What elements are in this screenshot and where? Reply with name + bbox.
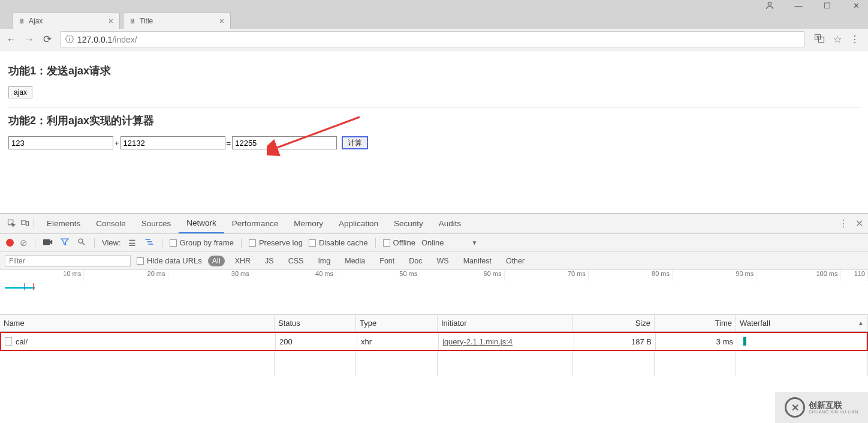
tick: 60 ms [420, 270, 504, 281]
tick: 20 ms [84, 270, 168, 281]
view-label: View: [102, 238, 121, 247]
logo-sub: CHUANG XIN HU LIAN [809, 410, 858, 414]
devtools-close-icon[interactable]: ✕ [855, 218, 863, 229]
filter-type-font[interactable]: Font [375, 256, 399, 266]
filter-type-css[interactable]: CSS [284, 256, 308, 266]
network-request-row[interactable]: cal/ 200 xhr jquery-2.1.1.min.js:4 187 B… [1, 333, 867, 350]
disable-cache-checkbox[interactable]: Disable cache [309, 238, 368, 247]
tab-label: Title [140, 17, 153, 25]
tick: 50 ms [336, 270, 420, 281]
tab-label: Ajax [29, 17, 43, 25]
tab-audits[interactable]: Audits [431, 214, 469, 233]
url-host: 127.0.0.1 [77, 35, 112, 44]
svg-rect-8 [43, 239, 50, 245]
bookmark-star-icon[interactable]: ☆ [833, 34, 842, 45]
reload-icon[interactable]: ⟳ [42, 33, 53, 46]
tick: 30 ms [168, 270, 252, 281]
request-time: 3 ms [656, 333, 737, 350]
throttle-select[interactable]: Online [421, 238, 444, 247]
request-type: xhr [357, 333, 439, 350]
close-tab-icon[interactable]: × [108, 16, 113, 26]
operand-2-input[interactable] [120, 136, 225, 149]
filter-type-img[interactable]: Img [314, 256, 334, 266]
record-icon[interactable] [6, 239, 14, 247]
tab-elements[interactable]: Elements [39, 214, 88, 233]
page-content: 功能1：发送ajax请求 ajax 功能2：利用ajax实现的计算器 + = 计… [0, 50, 868, 157]
maximize-icon[interactable]: ☐ [819, 0, 836, 11]
filter-input[interactable] [5, 255, 131, 267]
preserve-log-checkbox[interactable]: Preserve log [249, 238, 303, 247]
waterfall-bar [743, 337, 746, 346]
tab-security[interactable]: Security [386, 214, 431, 233]
search-icon[interactable] [76, 238, 87, 248]
col-waterfall[interactable]: Waterfall▲ [736, 315, 868, 331]
camera-icon[interactable] [43, 238, 53, 248]
request-name: cal/ [16, 337, 28, 346]
close-window-icon[interactable]: ✕ [848, 0, 864, 11]
large-view-icon[interactable]: ☰ [127, 238, 138, 248]
filter-type-other[interactable]: Other [502, 256, 529, 266]
tab-strip: 🗎 Ajax × 🗎 Title × [0, 11, 868, 29]
col-name[interactable]: Name [0, 315, 275, 331]
back-icon[interactable]: ← [6, 34, 17, 46]
col-type[interactable]: Type [356, 315, 438, 331]
tab-0[interactable]: 🗎 Ajax × [12, 13, 120, 29]
waterfall-view-icon[interactable] [144, 238, 155, 248]
tab-memory[interactable]: Memory [286, 214, 331, 233]
tab-console[interactable]: Console [88, 214, 134, 233]
svg-line-10 [82, 242, 85, 245]
tick: 90 ms [673, 270, 757, 281]
filter-type-manifest[interactable]: Manifest [459, 256, 496, 266]
timeline-overview[interactable]: 10 ms 20 ms 30 ms 40 ms 50 ms 60 ms 70 m… [0, 270, 868, 315]
filter-type-xhr[interactable]: XHR [231, 256, 255, 266]
filter-icon[interactable] [59, 238, 70, 248]
col-initiator[interactable]: Initiator [438, 315, 573, 331]
request-initiator[interactable]: jquery-2.1.1.min.js:4 [442, 337, 513, 346]
col-status[interactable]: Status [275, 315, 356, 331]
calculate-button[interactable]: 计算 [342, 136, 368, 149]
plus-label: + [114, 139, 119, 148]
ajax-button[interactable]: ajax [8, 86, 32, 98]
filter-type-all[interactable]: All [208, 256, 225, 266]
devtools-panel: Elements Console Sources Network Perform… [0, 213, 868, 423]
result-input[interactable] [232, 136, 337, 149]
hide-data-urls-checkbox[interactable]: Hide data URLs [137, 256, 202, 265]
request-status: 200 [276, 333, 357, 350]
address-bar: ← → ⟳ ⓘ 127.0.0.1/index/ ☆ ⋮ [0, 29, 868, 50]
minimize-icon[interactable]: — [790, 0, 807, 11]
tab-network[interactable]: Network [179, 214, 224, 233]
tab-performance[interactable]: Performance [224, 214, 286, 233]
heading-2: 功能2：利用ajax实现的计算器 [8, 113, 860, 128]
url-input[interactable]: ⓘ 127.0.0.1/index/ [60, 31, 804, 47]
col-size[interactable]: Size [573, 315, 655, 331]
forward-icon[interactable]: → [24, 34, 35, 46]
col-time[interactable]: Time [655, 315, 736, 331]
user-icon[interactable] [761, 0, 778, 11]
file-icon: 🗎 [19, 17, 25, 25]
close-tab-icon[interactable]: × [219, 16, 224, 26]
operand-1-input[interactable] [8, 136, 113, 149]
filter-type-ws[interactable]: WS [433, 256, 453, 266]
tick: 110 [841, 270, 869, 281]
heading-1: 功能1：发送ajax请求 [8, 64, 860, 78]
url-path: /index/ [112, 35, 137, 44]
inspect-icon[interactable] [5, 219, 18, 228]
device-icon[interactable] [18, 219, 31, 228]
tab-application[interactable]: Application [331, 214, 386, 233]
filter-type-media[interactable]: Media [340, 256, 369, 266]
menu-icon[interactable]: ⋮ [850, 34, 860, 45]
tick: 70 ms [505, 270, 589, 281]
window-top-bar: — ☐ ✕ [0, 0, 868, 11]
filter-type-js[interactable]: JS [261, 256, 278, 266]
svg-rect-7 [26, 222, 28, 226]
clear-icon[interactable]: ⊘ [20, 238, 28, 248]
translate-icon[interactable] [814, 33, 825, 46]
filter-type-doc[interactable]: Doc [405, 256, 426, 266]
tick: 10 ms [0, 270, 84, 281]
tab-sources[interactable]: Sources [134, 214, 179, 233]
offline-checkbox[interactable]: Offline [383, 238, 415, 247]
tab-1[interactable]: 🗎 Title × [123, 13, 231, 29]
devtools-tab-bar: Elements Console Sources Network Perform… [0, 214, 868, 234]
group-by-frame-checkbox[interactable]: Group by frame [170, 238, 234, 247]
devtools-menu-icon[interactable]: ⋮ [839, 218, 848, 229]
